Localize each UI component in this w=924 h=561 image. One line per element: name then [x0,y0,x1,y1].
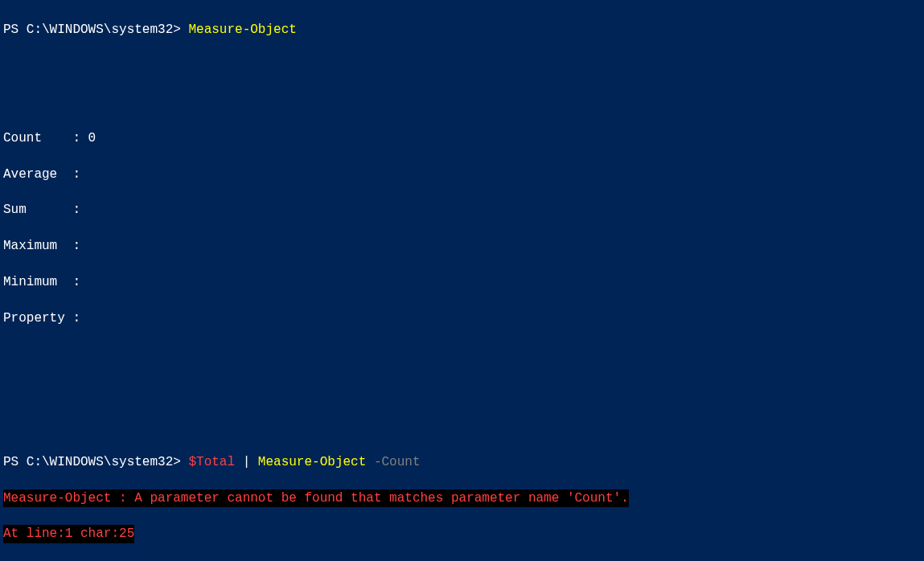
output-row: Minimum : [3,273,921,291]
error-text: Measure-Object : A parameter cannot be f… [3,489,629,507]
output-row: Property : [3,309,921,327]
blank-line [3,417,921,435]
output-row: Maximum : [3,237,921,255]
powershell-terminal[interactable]: PS C:\WINDOWS\system32> Measure-Object C… [0,0,924,561]
variable: $Total [188,455,235,469]
blank-line [3,93,921,111]
pipe: | [235,455,258,469]
error-line: At line:1 char:25 [3,525,921,543]
blank-line [3,57,921,75]
cmdlet: Measure-Object [188,23,296,37]
blank-line [3,345,921,362]
error-line: Measure-Object : A parameter cannot be f… [3,489,921,507]
blank-line [3,381,921,399]
prompt: PS C:\WINDOWS\system32> [3,455,188,469]
command-line-2: PS C:\WINDOWS\system32> $Total | Measure… [3,453,921,471]
output-row: Count : 0 [3,129,921,147]
cmdlet: Measure-Object [258,455,366,469]
output-row: Sum : [3,201,921,219]
prompt: PS C:\WINDOWS\system32> [3,23,188,37]
output-row: Average : [3,166,921,183]
command-line-1: PS C:\WINDOWS\system32> Measure-Object [3,21,921,39]
parameter: -Count [366,455,420,469]
error-text: At line:1 char:25 [3,525,134,543]
